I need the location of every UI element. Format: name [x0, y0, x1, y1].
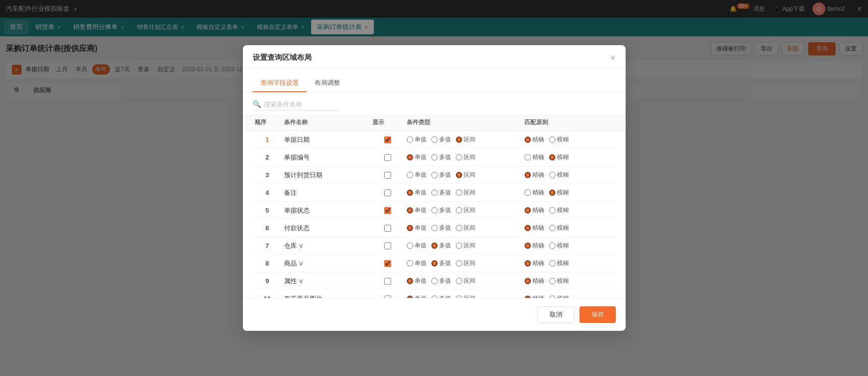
row-name-3: 备注	[282, 186, 370, 200]
type-radio-单值-3[interactable]: 单值	[407, 188, 426, 197]
match-radio-模糊-2[interactable]: 模糊	[549, 171, 569, 179]
search-icon: 🔍	[253, 100, 261, 108]
tab-layout-adjust[interactable]: 布局调整	[307, 75, 348, 92]
match-radio-模糊-1[interactable]: 模糊	[549, 153, 569, 161]
type-radio-区间-9[interactable]: 区间	[456, 295, 475, 298]
match-radio-模糊-9[interactable]: 模糊	[549, 295, 569, 298]
type-radio-区间-5[interactable]: 区间	[456, 224, 475, 232]
type-radio-单值-1[interactable]: 单值	[407, 153, 426, 161]
display-checkbox-6[interactable]	[384, 242, 391, 249]
type-radio-区间-1[interactable]: 区间	[456, 153, 475, 161]
tab-query-fields[interactable]: 查询字段设置	[253, 75, 307, 92]
display-checkbox-7[interactable]	[384, 260, 391, 267]
row-display-4[interactable]	[370, 204, 405, 217]
type-radio-多值-8[interactable]: 多值	[431, 277, 451, 285]
table-row: 2单据编号单值多值区间精确模糊	[253, 149, 616, 166]
row-display-6[interactable]	[370, 240, 405, 252]
table-row: 3预计到货日期单值多值区间精确模糊	[253, 166, 616, 184]
display-checkbox-3[interactable]	[384, 189, 391, 196]
table-row: 4备注单值多值区间精确模糊	[253, 184, 616, 202]
match-radio-模糊-7[interactable]: 模糊	[549, 259, 569, 268]
match-radio-模糊-6[interactable]: 模糊	[549, 242, 569, 250]
type-radio-区间-7[interactable]: 区间	[456, 259, 475, 268]
match-radio-模糊-0[interactable]: 模糊	[549, 135, 569, 144]
match-radio-精确-7[interactable]: 精确	[525, 259, 544, 268]
modal-close-button[interactable]: ×	[610, 54, 616, 62]
display-checkbox-1[interactable]	[384, 154, 391, 161]
match-radio-精确-2[interactable]: 精确	[525, 171, 544, 179]
match-radio-精确-5[interactable]: 精确	[525, 224, 544, 232]
type-radio-单值-8[interactable]: 单值	[407, 277, 426, 285]
display-checkbox-2[interactable]	[384, 172, 391, 179]
search-input[interactable]	[264, 101, 333, 108]
row-display-9[interactable]	[370, 293, 405, 298]
type-radio-单值-7[interactable]: 单值	[407, 259, 426, 268]
type-radio-多值-1[interactable]: 多值	[431, 153, 451, 161]
row-display-3[interactable]	[370, 187, 405, 199]
row-display-7[interactable]	[370, 257, 405, 270]
row-type-7: 单值多值区间	[405, 256, 523, 270]
match-radio-模糊-4[interactable]: 模糊	[549, 206, 569, 215]
type-radio-区间-8[interactable]: 区间	[456, 277, 475, 285]
type-radio-多值-4[interactable]: 多值	[431, 206, 451, 215]
type-radio-多值-2[interactable]: 多值	[431, 171, 451, 179]
match-radio-精确-6[interactable]: 精确	[525, 242, 544, 250]
type-radio-单值-2[interactable]: 单值	[407, 171, 426, 179]
row-type-5: 单值多值区间	[405, 221, 523, 235]
row-order-7: 8	[253, 257, 282, 270]
row-match-1: 精确模糊	[523, 150, 621, 164]
row-type-3: 单值多值区间	[405, 186, 523, 200]
row-type-0: 单值多值区间	[405, 133, 523, 147]
save-button[interactable]: 保存	[579, 306, 616, 323]
type-radio-单值-0[interactable]: 单值	[407, 135, 426, 144]
row-type-6: 单值多值区间	[405, 239, 523, 253]
type-radio-区间-4[interactable]: 区间	[456, 206, 475, 215]
type-radio-单值-9[interactable]: 单值	[407, 295, 426, 298]
modal-footer: 取消 保存	[243, 298, 626, 331]
table-row: 9属性 ∨单值多值区间精确模糊	[253, 272, 616, 290]
match-radio-模糊-3[interactable]: 模糊	[549, 188, 569, 197]
type-radio-多值-9[interactable]: 多值	[431, 295, 451, 298]
match-radio-精确-1[interactable]: 精确	[525, 153, 544, 161]
settings-modal: 设置查询区域布局 × 查询字段设置 布局调整 🔍 顺序 条件名称 显示 条件类型	[243, 45, 626, 331]
type-radio-多值-3[interactable]: 多值	[431, 188, 451, 197]
table-row: 5单据状态单值多值区间精确模糊	[253, 202, 616, 219]
match-radio-精确-8[interactable]: 精确	[525, 277, 544, 285]
row-display-0[interactable]	[370, 134, 405, 146]
modal-title: 设置查询区域布局	[253, 53, 312, 62]
match-radio-模糊-8[interactable]: 模糊	[549, 277, 569, 285]
type-radio-多值-0[interactable]: 多值	[431, 135, 451, 144]
type-radio-区间-2[interactable]: 区间	[456, 171, 475, 179]
type-radio-多值-5[interactable]: 多值	[431, 224, 451, 232]
type-radio-单值-4[interactable]: 单值	[407, 206, 426, 215]
row-order-4: 5	[253, 204, 282, 217]
row-name-5: 付款状态	[282, 221, 370, 236]
type-radio-区间-0[interactable]: 区间	[456, 135, 475, 144]
row-order-1: 2	[253, 151, 282, 164]
type-radio-多值-7[interactable]: 多值	[431, 259, 451, 268]
match-radio-精确-0[interactable]: 精确	[525, 135, 544, 144]
row-match-3: 精确模糊	[523, 186, 621, 200]
type-radio-区间-3[interactable]: 区间	[456, 188, 475, 197]
row-match-9: 精确模糊	[523, 292, 621, 298]
cancel-button[interactable]: 取消	[537, 306, 575, 323]
type-radio-区间-6[interactable]: 区间	[456, 242, 475, 250]
display-checkbox-5[interactable]	[384, 225, 391, 232]
display-checkbox-0[interactable]	[384, 136, 391, 143]
type-radio-单值-5[interactable]: 单值	[407, 224, 426, 232]
match-radio-精确-4[interactable]: 精确	[525, 206, 544, 215]
display-checkbox-4[interactable]	[384, 207, 391, 214]
row-display-1[interactable]	[370, 151, 405, 164]
col-match: 匹配原则	[523, 114, 621, 131]
row-type-9: 单值多值区间	[405, 292, 523, 298]
display-checkbox-8[interactable]	[384, 278, 391, 285]
match-radio-精确-9[interactable]: 精确	[525, 295, 544, 298]
match-radio-精确-3[interactable]: 精确	[525, 188, 544, 197]
row-name-4: 单据状态	[282, 203, 370, 218]
row-display-8[interactable]	[370, 275, 405, 288]
type-radio-多值-6[interactable]: 多值	[431, 242, 451, 250]
match-radio-模糊-5[interactable]: 模糊	[549, 224, 569, 232]
row-display-5[interactable]	[370, 222, 405, 235]
row-display-2[interactable]	[370, 169, 405, 182]
type-radio-单值-6[interactable]: 单值	[407, 242, 426, 250]
